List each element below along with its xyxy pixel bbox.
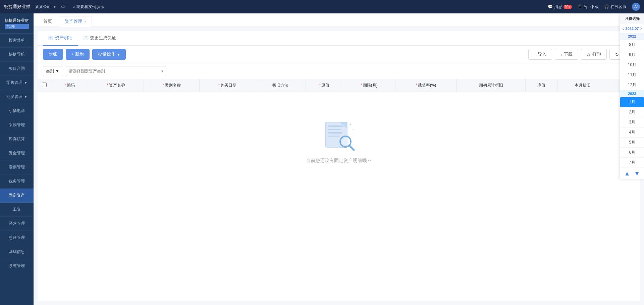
download-button[interactable]: ↓ 下载 bbox=[555, 49, 579, 60]
sidebar-item-quicknav[interactable]: 快捷导航 bbox=[0, 48, 34, 62]
month-panel: 月份选择 ‹ 2022.07 › 2022 8月 9月 10月 11月 12月 … bbox=[620, 13, 644, 179]
category-input-group[interactable]: ▼ bbox=[66, 66, 166, 76]
month-item-8[interactable]: 8月 bbox=[620, 40, 644, 50]
asset-table: *编码 *资产名称 *类别名称 *购买日期 折旧方法 *原值 *期限(月) *残… bbox=[38, 79, 640, 191]
month-item-9[interactable]: 9月 bbox=[620, 50, 644, 60]
year-2023-label: 2023 bbox=[620, 90, 644, 97]
svg-rect-3 bbox=[328, 132, 342, 134]
category-filter[interactable]: 类别 ▼ bbox=[43, 66, 63, 76]
col-residual-rate: *残值率(%) bbox=[395, 79, 457, 92]
table-container: *编码 *资产名称 *类别名称 *购买日期 折旧方法 *原值 *期限(月) *残… bbox=[38, 79, 640, 301]
month-item-6[interactable]: 6月 bbox=[620, 148, 644, 158]
sidebar-item-invoice[interactable]: 发票管理 bbox=[0, 160, 34, 174]
col-monthly-depreciation: 本月折旧 bbox=[557, 79, 608, 92]
tab-close-button[interactable]: × bbox=[84, 20, 86, 23]
account-dropdown-icon[interactable]: ▼ bbox=[53, 5, 56, 9]
col-name: *资产名称 bbox=[88, 79, 144, 92]
sidebar-item-fixed-assets[interactable]: 固定资产 bbox=[0, 189, 34, 203]
month-item-5[interactable]: 5月 bbox=[620, 138, 644, 148]
sub-tab-asset-detail[interactable]: ≡ 资产明细 bbox=[43, 31, 78, 46]
empty-state: ✦ ✦ 当前您还没有固定资产明细哦～ bbox=[38, 92, 640, 191]
tab-asset-management[interactable]: 资产管理 × bbox=[59, 16, 92, 27]
sidebar-item-basic[interactable]: 基础信息 bbox=[0, 245, 34, 259]
svg-rect-4 bbox=[328, 136, 340, 137]
online-service-button[interactable]: 🎧 在线客服 bbox=[604, 4, 627, 10]
main-layout: 畅捷通好业财 专业版 搜索菜单 快捷导航 项目合同 零售管理 ▼ 批发管理 ▼ … bbox=[0, 13, 644, 305]
app-title: 畅捷通好业财 bbox=[4, 4, 30, 10]
category-search-input[interactable] bbox=[66, 69, 161, 73]
sidebar-item-finance[interactable]: 资金管理 bbox=[0, 146, 34, 160]
month-item-10[interactable]: 10月 bbox=[620, 60, 644, 70]
sidebar-item-purchase[interactable]: 采购管理 bbox=[0, 118, 34, 132]
account-area: 畅捷通好业财 某某公司 ▼ ⚙ ○ 我要看实例演示 bbox=[4, 4, 104, 10]
sidebar-item-ledger[interactable]: 总账管理 bbox=[0, 231, 34, 245]
message-button[interactable]: 💬 消息 99+ bbox=[548, 4, 572, 10]
col-accumulated-depreciation: 期初累计折旧 bbox=[456, 79, 525, 92]
print-button[interactable]: 🖨 打印 bbox=[581, 49, 607, 60]
month-item-12[interactable]: 12月 bbox=[620, 80, 644, 90]
month-item-4[interactable]: 4月 bbox=[620, 128, 644, 138]
table-select-all-header bbox=[38, 79, 51, 92]
col-original-value: *原值 bbox=[306, 79, 343, 92]
col-period: *期限(月) bbox=[343, 79, 395, 92]
sub-tabs: ≡ 资产明细 📄 变更生成凭证 bbox=[38, 31, 640, 46]
sidebar-item-inventory[interactable]: 库存核算 bbox=[0, 132, 34, 146]
add-button[interactable]: + 新增 bbox=[66, 49, 90, 60]
month-next-button[interactable]: › bbox=[640, 26, 642, 32]
svg-rect-2 bbox=[328, 129, 341, 130]
month-item-3[interactable]: 3月 bbox=[620, 117, 644, 128]
inner-box: ≡ 资产明细 📄 变更生成凭证 对账 + 新增 bbox=[38, 31, 640, 301]
toolbar: 对账 + 新增 批量操作 ▼ ↑ 导入 bbox=[38, 46, 640, 63]
sidebar-item-tax[interactable]: 税务管理 bbox=[0, 174, 34, 189]
month-panel-header: 月份选择 bbox=[620, 13, 644, 24]
month-year-display: 2022.07 bbox=[626, 27, 639, 31]
demo-link[interactable]: ○ 我要看实例演示 bbox=[72, 4, 104, 10]
sidebar-item-wholesale[interactable]: 批发管理 ▼ bbox=[0, 90, 34, 104]
message-badge: 99+ bbox=[564, 5, 572, 9]
month-scroll-down-button[interactable]: ▼ bbox=[634, 170, 640, 177]
month-prev-button[interactable]: ‹ bbox=[622, 26, 624, 32]
settings-icon[interactable]: ⚙ bbox=[61, 4, 65, 9]
month-item-11[interactable]: 11月 bbox=[620, 70, 644, 80]
month-item-7[interactable]: 7月 bbox=[620, 158, 644, 168]
sidebar-item-management[interactable]: 经营管理 bbox=[0, 217, 34, 231]
month-scroll-up-button[interactable]: ▲ bbox=[624, 170, 630, 177]
import-button[interactable]: ↑ 导入 bbox=[528, 49, 552, 60]
sidebar: 畅捷通好业财 专业版 搜索菜单 快捷导航 项目合同 零售管理 ▼ 批发管理 ▼ … bbox=[0, 13, 34, 305]
month-item-1[interactable]: 1月 bbox=[620, 97, 644, 107]
sidebar-item-retail[interactable]: 零售管理 ▼ bbox=[0, 76, 34, 90]
empty-text: 当前您还没有固定资产明细哦～ bbox=[306, 158, 372, 164]
user-avatar[interactable]: Ai bbox=[632, 3, 640, 11]
month-item-2[interactable]: 2月 bbox=[620, 107, 644, 117]
input-dropdown-icon: ▼ bbox=[161, 69, 166, 73]
batch-arrow-icon: ▼ bbox=[117, 53, 120, 56]
app-download-button[interactable]: 📱 App下载 bbox=[577, 4, 599, 10]
svg-text:✦: ✦ bbox=[349, 122, 352, 126]
tab-bar: 首页 资产管理 × bbox=[34, 13, 644, 27]
select-all-checkbox[interactable] bbox=[42, 83, 47, 87]
wholesale-arrow-icon: ▼ bbox=[24, 95, 27, 99]
top-header: 畅捷通好业财 某某公司 ▼ ⚙ ○ 我要看实例演示 💬 消息 99+ 📱 App… bbox=[0, 0, 644, 13]
col-buy-date: *购买日期 bbox=[200, 79, 255, 92]
svg-rect-1 bbox=[328, 125, 343, 127]
sub-tab-change-voucher[interactable]: 📄 变更生成凭证 bbox=[78, 31, 121, 46]
sidebar-item-salary[interactable]: 工资 bbox=[0, 203, 34, 217]
sidebar-item-system[interactable]: 系统管理 bbox=[0, 259, 34, 273]
svg-line-8 bbox=[349, 145, 354, 150]
sidebar-item-project[interactable]: 项目合同 bbox=[0, 62, 34, 76]
account-name: 某某公司 bbox=[35, 4, 51, 10]
reconcile-button[interactable]: 对账 bbox=[43, 49, 63, 60]
empty-state-row: ✦ ✦ 当前您还没有固定资产明细哦～ bbox=[38, 92, 640, 191]
sidebar-item-ecommerce[interactable]: 小畅电商 bbox=[0, 104, 34, 118]
page-content: ≡ 资产明细 📄 变更生成凭证 对账 + 新增 bbox=[34, 27, 644, 305]
sidebar-item-search[interactable]: 搜索菜单 bbox=[0, 34, 34, 48]
content-area: 首页 资产管理 × ≡ 资产明细 📄 变更生成凭证 bbox=[34, 13, 644, 305]
filter-row: 类别 ▼ ▼ bbox=[38, 63, 640, 79]
tab-home[interactable]: 首页 bbox=[38, 16, 58, 27]
col-category: *类别名称 bbox=[144, 79, 200, 92]
sidebar-logo: 畅捷通好业财 专业版 bbox=[0, 13, 34, 34]
batch-button[interactable]: 批量操作 ▼ bbox=[92, 49, 126, 60]
empty-state-illustration: ✦ ✦ bbox=[319, 119, 359, 152]
svg-point-7 bbox=[342, 138, 349, 145]
col-depreciation-method: 折旧方法 bbox=[255, 79, 306, 92]
